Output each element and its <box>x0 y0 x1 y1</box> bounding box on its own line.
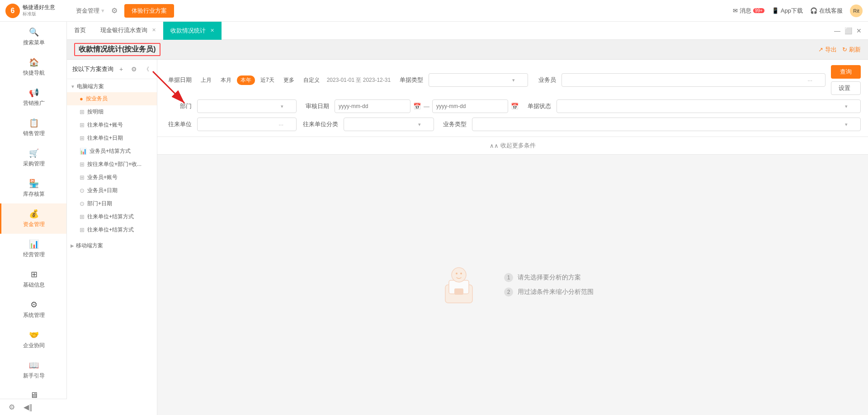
collapse-panel-icon[interactable]: 《 <box>142 64 151 74</box>
refresh-button[interactable]: ↻ 刷新 <box>842 46 861 54</box>
bill-status-select[interactable]: ▾ <box>557 99 861 113</box>
scheme-item-partner-account[interactable]: ⊞ 往来单位+账号 <box>67 118 157 132</box>
partner-select[interactable]: ··· <box>197 118 297 131</box>
collapse-sidebar-icon[interactable]: ◀‖ <box>22 401 34 414</box>
svg-point-4 <box>460 273 462 274</box>
svg-rect-5 <box>454 288 463 295</box>
partner-category-select[interactable]: ▾ <box>344 118 434 131</box>
left-panel: 按以下方案查询 + ⚙ 《 <box>67 60 157 415</box>
breadcrumb-chevron-icon: ▾ <box>101 7 104 14</box>
scheme-item-partner-dept[interactable]: ⊞ 按往来单位+部门+收... <box>67 158 157 171</box>
inventory-icon: 🏪 <box>29 179 39 189</box>
dept-chevron-icon: ▾ <box>281 104 283 109</box>
settings-icon[interactable]: ⚙ <box>108 5 121 17</box>
top-bar: 6 畅捷通好生意 标准版 资金管理 ▾ ⚙ 体验行业方案 ✉ 消息 99+ 📱 … <box>0 0 868 22</box>
date-tab-more[interactable]: 更多 <box>280 75 298 85</box>
scheme-item-salesperson-date[interactable]: ⊙ 业务员+日期 <box>67 184 157 197</box>
add-scheme-button[interactable]: + <box>116 64 126 74</box>
message-icon: ✉ <box>733 7 738 14</box>
sales-icon: 📋 <box>29 118 39 128</box>
collapse-up-icon: ∧∧ <box>490 142 499 149</box>
sidebar-item-finance[interactable]: 💰 资金管理 <box>0 203 66 234</box>
scheme-item-partner-settle1[interactable]: ⊞ 往来单位+结算方式 <box>67 210 157 223</box>
sidebar-item-sales[interactable]: 📋 销售管理 <box>0 113 66 143</box>
empty-step-2: 2 用过滤条件来缩小分析范围 <box>504 288 594 297</box>
window-buttons: — ⬜ ✕ <box>834 27 868 34</box>
sidebar-item-guide[interactable]: 📖 新手引导 <box>0 355 66 385</box>
minimize-icon[interactable]: — <box>834 27 841 34</box>
mobile-group-title[interactable]: ▶ 移动端方案 <box>67 240 157 251</box>
sidebar-item-system[interactable]: ⚙ 系统管理 <box>0 294 66 325</box>
bill-status-label: 单据状态 <box>524 102 551 110</box>
left-panel-header: 按以下方案查询 + ⚙ 《 <box>67 60 157 79</box>
bill-type-label: 单据类型 <box>396 76 423 84</box>
sidebar-item-operations[interactable]: 📊 经营管理 <box>0 234 66 264</box>
review-date-end[interactable] <box>432 99 508 113</box>
collapse-bar[interactable]: ∧∧ 收起更多条件 <box>157 137 868 155</box>
bill-type-select[interactable]: ▾ <box>429 73 528 87</box>
scheme-item-salesperson-settle[interactable]: 📊 业务员+结算方式 <box>67 145 157 158</box>
business-type-chevron-icon: ▾ <box>845 122 848 127</box>
app-download-button[interactable]: 📱 App下载 <box>772 7 803 15</box>
tab-bank-flow[interactable]: 现金银行流水查询 ✕ <box>93 22 163 40</box>
query-button[interactable]: 查询 <box>831 65 861 79</box>
settings-bottom-icon[interactable]: ⚙ <box>5 401 18 414</box>
scheme-item-by-detail[interactable]: ⊞ 按明细 <box>67 105 157 118</box>
settings-button[interactable]: 设置 <box>831 81 861 95</box>
scheme-item-partner-date[interactable]: ⊞ 往来单位+日期 <box>67 132 157 145</box>
sidebar-item-purchase[interactable]: 🛒 采购管理 <box>0 143 66 173</box>
business-type-select[interactable]: ▾ <box>472 118 861 131</box>
scheme-settings-icon[interactable]: ⚙ <box>129 64 139 74</box>
sidebar-item-enterprise[interactable]: 🤝 企业协同 <box>0 325 66 355</box>
guide-icon: 📖 <box>29 360 39 370</box>
scheme-item-by-salesperson[interactable]: ● 按业务员 <box>67 92 157 105</box>
desktop-group-title[interactable]: ▼ 电脑端方案 <box>67 81 157 92</box>
tab-collection-stats-close-icon[interactable]: ✕ <box>210 28 214 33</box>
calendar-end-icon[interactable]: 📅 <box>511 103 519 110</box>
sidebar-item-inventory[interactable]: 🏪 库存核算 <box>0 173 66 203</box>
right-panel: 单据日期 上月 本月 本年 近7天 更多 自定义 2023-01-01 至 20… <box>157 60 868 415</box>
sidebar-item-marketing[interactable]: 📢 营销推广 <box>0 82 66 113</box>
sidebar-item-quicknav[interactable]: 🏠 快捷导航 <box>0 52 66 82</box>
date-tab-this-month[interactable]: 本月 <box>217 75 235 85</box>
layout: 🔍 搜索菜单 🏠 快捷导航 📢 营销推广 📋 销售管理 🛒 采购管理 🏪 库存核… <box>0 22 868 415</box>
filter-row-2: 部门 ▾ 审核日期 📅 — 📅 单据状 <box>165 99 861 113</box>
tab-home[interactable]: 首页 <box>67 22 93 40</box>
export-button[interactable]: ↗ 导出 <box>818 46 837 54</box>
logo-icon: 6 <box>5 4 20 18</box>
message-badge: 99+ <box>753 8 764 13</box>
dept-label: 部门 <box>165 102 192 110</box>
page-actions: ↗ 导出 ↻ 刷新 <box>818 46 861 54</box>
scheme-item-salesperson-account[interactable]: ⊞ 业务员+账号 <box>67 171 157 184</box>
svg-point-2 <box>452 268 466 282</box>
scheme-item-partner-settle2[interactable]: ⊞ 往来单位+结算方式 <box>67 223 157 236</box>
date-tab-custom[interactable]: 自定义 <box>300 75 323 85</box>
avatar[interactable]: Rit <box>850 5 863 17</box>
calendar-start-icon[interactable]: 📅 <box>413 103 421 110</box>
dept-select[interactable]: ▾ <box>197 99 297 113</box>
date-tab-last-month[interactable]: 上月 <box>197 75 215 85</box>
bottom-bar: ⚙ ◀‖ <box>0 399 67 415</box>
tab-bank-flow-close-icon[interactable]: ✕ <box>152 27 156 33</box>
scheme-partner-account-icon: ⊞ <box>80 122 85 128</box>
close-window-icon[interactable]: ✕ <box>855 27 863 34</box>
system-icon: ⚙ <box>30 300 38 310</box>
page-title: 收款情况统计(按业务员) <box>74 43 160 56</box>
review-date-start[interactable] <box>335 99 410 113</box>
main-area: 首页 现金银行流水查询 ✕ 收款情况统计 ✕ — ⬜ ✕ 收款情况统计(按业务员… <box>67 22 868 415</box>
online-service-button[interactable]: 🎧 在线客服 <box>810 7 843 15</box>
scheme-item-dept-date[interactable]: ⊙ 部门+日期 <box>67 197 157 210</box>
maximize-icon[interactable]: ⬜ <box>844 27 852 34</box>
empty-state-content: 1 请先选择要分析的方案 2 用过滤条件来缩小分析范围 <box>432 258 594 312</box>
sidebar-item-search[interactable]: 🔍 搜索菜单 <box>0 22 66 52</box>
salesperson-select[interactable]: ··· <box>561 73 826 87</box>
sidebar-item-basic[interactable]: ⊞ 基础信息 <box>0 264 66 294</box>
trial-button[interactable]: 体验行业方案 <box>124 4 174 18</box>
date-tab-7days[interactable]: 近7天 <box>257 75 278 85</box>
filter-row-1: 单据日期 上月 本月 本年 近7天 更多 自定义 2023-01-01 至 20… <box>165 65 861 95</box>
purchase-icon: 🛒 <box>29 148 39 158</box>
date-tab-this-year[interactable]: 本年 <box>237 75 255 85</box>
service-icon: 🎧 <box>810 7 817 14</box>
tab-collection-stats[interactable]: 收款情况统计 ✕ <box>163 22 222 40</box>
message-button[interactable]: ✉ 消息 99+ <box>733 7 764 15</box>
